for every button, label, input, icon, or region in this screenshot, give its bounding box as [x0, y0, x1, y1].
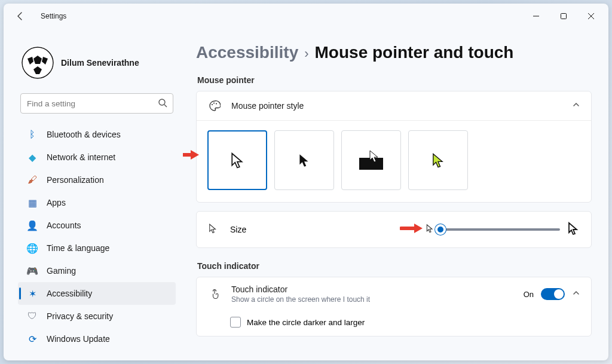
breadcrumb: Accessibility › Mouse pointer and touch	[196, 43, 592, 62]
nav-list: ᛒBluetooth & devices◆Network & internet🖌…	[18, 123, 176, 360]
sidebar-item-label: Personalization	[47, 175, 104, 185]
sidebar-item-label: Accessibility	[47, 289, 92, 298]
annotation-arrow-2	[400, 221, 424, 235]
pointer-style-white[interactable]	[207, 130, 267, 190]
titlebar: Settings	[4, 4, 608, 29]
touch-indicator-row[interactable]: Touch indicator Show a circle on the scr…	[197, 277, 591, 311]
sidebar-item-label: Windows Update	[47, 334, 110, 344]
window-controls	[522, 5, 605, 27]
mouse-pointer-style-header[interactable]: Mouse pointer style	[197, 91, 591, 120]
sidebar-item-privacy-security[interactable]: 🛡Privacy & security	[18, 305, 176, 328]
window-title: Settings	[41, 12, 66, 20]
search-input[interactable]	[20, 93, 173, 114]
touch-indicator-card: Touch indicator Show a circle on the scr…	[196, 277, 592, 337]
breadcrumb-parent[interactable]: Accessibility	[196, 43, 298, 62]
sidebar-item-accessibility[interactable]: ✶Accessibility	[18, 282, 176, 305]
pointer-size-slider[interactable]	[425, 221, 580, 238]
touch-icon	[207, 287, 222, 301]
sidebar-item-gaming[interactable]: 🎮Gaming	[18, 259, 176, 282]
back-button[interactable]	[11, 7, 30, 26]
minimize-button[interactable]	[522, 5, 550, 27]
touch-indicator-toggle[interactable]	[541, 288, 565, 300]
svg-point-10	[213, 102, 215, 103]
sidebar-item-label: Privacy & security	[47, 311, 113, 321]
accounts-icon: 👤	[26, 219, 38, 231]
svg-point-9	[212, 104, 213, 105]
gaming-icon: 🎮	[26, 265, 38, 277]
cursor-max-icon	[566, 221, 580, 238]
circle-darker-larger-checkbox[interactable]	[230, 317, 241, 328]
breadcrumb-current: Mouse pointer and touch	[315, 43, 514, 62]
sidebar-item-time-language[interactable]: 🌐Time & language	[18, 237, 176, 259]
chevron-up-icon	[572, 100, 580, 111]
sidebar-item-personalization[interactable]: 🖌Personalization	[18, 169, 176, 191]
apps-icon: ▦	[26, 197, 38, 209]
bluetooth-icon: ᛒ	[26, 129, 38, 140]
sidebar-item-label: Accounts	[47, 221, 81, 230]
profile-name: Dilum Senevirathne	[61, 58, 139, 68]
sidebar-item-label: Network & internet	[47, 152, 115, 162]
svg-point-11	[216, 103, 217, 104]
section-heading-mouse-pointer: Mouse pointer	[197, 75, 590, 85]
sidebar-item-accounts[interactable]: 👤Accounts	[18, 214, 176, 237]
chevron-right-icon: ›	[304, 46, 308, 62]
circle-darker-larger-label: Make the circle darker and larger	[247, 318, 365, 327]
sidebar-item-network-internet[interactable]: ◆Network & internet	[18, 146, 176, 169]
pointer-style-options	[197, 121, 591, 202]
search-icon	[158, 98, 167, 110]
pointer-style-custom-color[interactable]	[408, 130, 468, 190]
avatar	[22, 47, 54, 79]
settings-window: Settings	[4, 4, 608, 360]
search-box[interactable]	[20, 93, 173, 114]
toggle-state-label: On	[524, 290, 534, 299]
pointer-size-card: Size	[196, 211, 592, 248]
cursor-small-icon	[207, 223, 221, 236]
sidebar-item-label: Apps	[47, 198, 66, 207]
svg-point-7	[159, 99, 165, 105]
palette-icon	[207, 99, 222, 113]
maximize-button[interactable]	[550, 5, 577, 27]
sidebar-item-label: Time & language	[47, 243, 109, 253]
size-label: Size	[230, 225, 246, 234]
section-heading-touch-indicator: Touch indicator	[197, 261, 590, 271]
slider-track[interactable]	[440, 228, 560, 231]
circle-darker-larger-row[interactable]: Make the circle darker and larger	[197, 311, 591, 336]
mouse-pointer-style-card: Mouse pointer style	[196, 91, 592, 203]
chevron-up-icon	[572, 289, 580, 299]
svg-rect-1	[561, 14, 567, 19]
update-icon: ⟳	[26, 333, 38, 345]
main-content: Accessibility › Mouse pointer and touch …	[183, 29, 608, 360]
mouse-pointer-style-label: Mouse pointer style	[231, 101, 304, 111]
network-icon: ◆	[26, 151, 38, 163]
close-button[interactable]	[577, 5, 605, 27]
sidebar-item-windows-update[interactable]: ⟳Windows Update	[18, 328, 176, 350]
time-language-icon: 🌐	[26, 242, 38, 254]
annotation-arrow-1	[183, 148, 200, 162]
pointer-style-inverted[interactable]	[341, 130, 401, 190]
profile-block[interactable]: Dilum Senevirathne	[18, 29, 176, 90]
svg-rect-12	[359, 158, 383, 170]
touch-indicator-title: Touch indicator	[231, 285, 370, 294]
accessibility-icon: ✶	[26, 287, 38, 299]
touch-indicator-subtitle: Show a circle on the screen where I touc…	[231, 295, 370, 304]
pointer-style-black[interactable]	[274, 130, 334, 190]
slider-thumb[interactable]	[435, 224, 446, 235]
cursor-min-icon	[425, 224, 434, 235]
personalization-icon: 🖌	[26, 174, 38, 186]
sidebar-item-apps[interactable]: ▦Apps	[18, 191, 176, 214]
privacy-icon: 🛡	[26, 310, 38, 322]
sidebar-item-label: Bluetooth & devices	[47, 130, 121, 139]
sidebar: Dilum Senevirathne ᛒBluetooth & devices◆…	[4, 29, 183, 360]
sidebar-item-label: Gaming	[47, 266, 76, 276]
svg-line-8	[164, 105, 167, 107]
sidebar-item-bluetooth-devices[interactable]: ᛒBluetooth & devices	[18, 123, 176, 146]
